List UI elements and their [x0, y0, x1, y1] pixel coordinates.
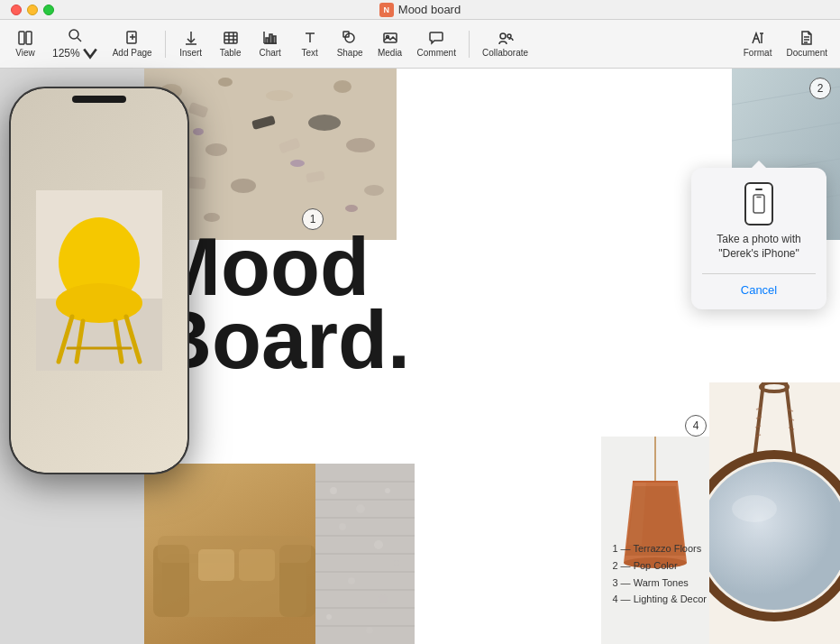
- svg-point-98: [366, 627, 373, 634]
- phone-icon: [744, 182, 773, 225]
- separator-1: [165, 31, 166, 58]
- close-button[interactable]: [11, 5, 22, 15]
- svg-point-94: [394, 560, 399, 566]
- popup-cancel-button[interactable]: Cancel: [735, 278, 782, 302]
- svg-point-59: [364, 185, 384, 196]
- svg-rect-9: [224, 32, 237, 43]
- table-button[interactable]: Table: [213, 23, 249, 65]
- zoom-value: 125%: [52, 45, 98, 61]
- maximize-button[interactable]: [43, 5, 54, 15]
- text-button[interactable]: Text: [292, 23, 328, 65]
- iphone-screen: Retake Use Photo: [11, 88, 187, 473]
- svg-point-47: [266, 90, 293, 101]
- media-label: Media: [378, 48, 402, 58]
- svg-point-26: [507, 34, 511, 38]
- canvas-area: Mood Board.: [144, 69, 840, 644]
- shape-button[interactable]: Shape: [332, 23, 369, 65]
- chart-label: Chart: [259, 48, 280, 58]
- svg-point-57: [231, 179, 256, 193]
- iphone-notch: [72, 96, 126, 103]
- chart-button[interactable]: Chart: [252, 23, 288, 65]
- format-label: Format: [744, 48, 772, 58]
- comment-button[interactable]: Comment: [412, 23, 461, 65]
- mirror-illustration: [709, 382, 840, 644]
- legend-item-1: 1 — Terrazzo Floors: [612, 540, 707, 557]
- annotation-4: 4: [685, 415, 707, 437]
- svg-point-55: [346, 138, 375, 152]
- svg-point-48: [333, 80, 352, 93]
- mirror-image: [709, 382, 840, 644]
- view-label: View: [15, 48, 35, 58]
- shape-label: Shape: [337, 48, 363, 58]
- toolbar-right: Format Document: [738, 23, 833, 65]
- moodboard-page: Mood Board.: [144, 69, 840, 644]
- svg-point-51: [308, 115, 341, 131]
- app-icon: N: [379, 3, 394, 17]
- svg-point-89: [330, 487, 337, 494]
- text-label: Text: [301, 48, 317, 58]
- window-title: N Mood board: [379, 3, 461, 17]
- legend-item-3: 3 — Warm Tones: [612, 575, 707, 592]
- format-button[interactable]: Format: [738, 23, 778, 65]
- popup-divider: [702, 273, 816, 274]
- svg-rect-18: [273, 36, 276, 43]
- annotation-1: 1: [302, 208, 324, 230]
- svg-point-21: [345, 33, 354, 42]
- add-page-label: Add Page: [113, 48, 152, 58]
- svg-point-95: [348, 577, 355, 584]
- separator-2: [469, 31, 470, 58]
- rug-illustration: [315, 464, 415, 644]
- traffic-lights: [11, 5, 54, 15]
- svg-rect-17: [269, 34, 272, 43]
- minimize-button[interactable]: [27, 5, 38, 15]
- svg-line-3: [78, 38, 81, 41]
- document-button[interactable]: Document: [781, 23, 833, 65]
- svg-point-96: [379, 594, 388, 603]
- document-label: Document: [786, 48, 827, 58]
- svg-point-92: [339, 523, 346, 530]
- insert-label: Insert: [179, 48, 202, 58]
- iphone-device: Retake Use Photo: [0, 69, 225, 644]
- svg-rect-16: [266, 38, 269, 43]
- svg-rect-1: [26, 32, 32, 44]
- collaborate-button[interactable]: Collaborate: [477, 23, 534, 65]
- media-button[interactable]: Media: [372, 23, 408, 65]
- legend: 1 — Terrazzo Floors 2 — Pop Color 3 — Wa…: [612, 540, 707, 608]
- popup-title: Take a photo with"Derek's iPhone": [717, 233, 800, 261]
- svg-point-2: [69, 30, 78, 39]
- add-page-button[interactable]: Add Page: [107, 23, 158, 65]
- chair-illustration: [36, 190, 162, 371]
- title-bar: N Mood board: [0, 0, 840, 20]
- legend-item-2: 2 — Pop Color: [612, 557, 707, 575]
- main-content: Retake Use Photo: [0, 69, 840, 644]
- svg-point-25: [500, 33, 506, 39]
- annotation-2: 2: [809, 78, 831, 99]
- svg-point-108: [732, 495, 777, 522]
- iphone-popup: Take a photo with"Derek's iPhone" Cancel: [691, 168, 826, 309]
- collaborate-label: Collaborate: [482, 48, 528, 58]
- popup-arrow: [752, 161, 766, 168]
- svg-point-93: [374, 540, 383, 549]
- zoom-control[interactable]: 125%: [47, 23, 104, 65]
- insert-button[interactable]: Insert: [173, 23, 209, 65]
- svg-point-63: [290, 160, 305, 167]
- svg-point-38: [56, 283, 142, 323]
- svg-point-64: [345, 205, 358, 212]
- comment-label: Comment: [417, 48, 456, 58]
- view-button[interactable]: View: [7, 23, 43, 65]
- iphone-frame: Retake Use Photo: [9, 87, 189, 474]
- table-label: Table: [220, 48, 242, 58]
- rug-image: [315, 464, 415, 644]
- toolbar: View 125% Add Page Insert: [0, 20, 840, 69]
- svg-point-107: [709, 462, 840, 610]
- svg-point-97: [326, 614, 332, 620]
- svg-point-90: [356, 504, 365, 513]
- svg-rect-0: [19, 32, 24, 44]
- legend-item-4: 4 — Lighting & Decor: [612, 591, 707, 608]
- svg-point-91: [385, 488, 390, 493]
- svg-rect-78: [239, 549, 275, 581]
- chair-photo: [11, 88, 187, 473]
